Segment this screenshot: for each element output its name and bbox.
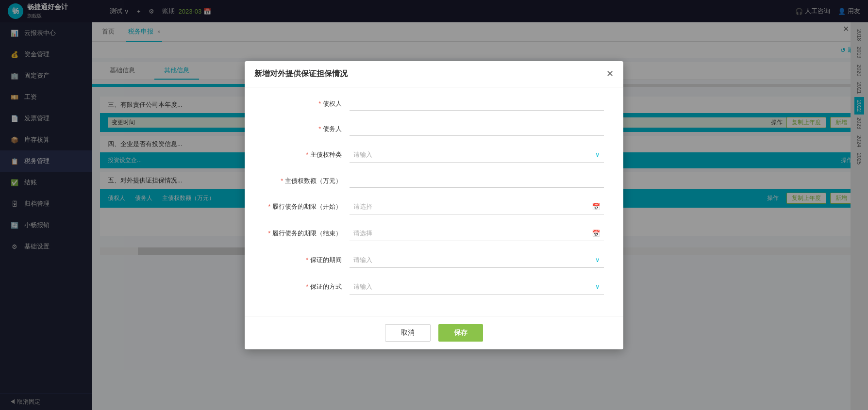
performance-end-datepicker[interactable]: 请选择 📅 bbox=[350, 226, 604, 241]
form-row-debtor: * 债务人 bbox=[264, 122, 604, 136]
chevron-down-icon-2: ∨ bbox=[595, 256, 600, 263]
form-row-performance-start: * 履行债务的期限（开始） 请选择 📅 bbox=[264, 199, 604, 214]
dialog-footer: 取消 保存 bbox=[245, 316, 623, 349]
calendar-icon-end: 📅 bbox=[592, 230, 600, 237]
debt-type-select[interactable]: 请输入 ∨ bbox=[350, 148, 604, 163]
debt-amount-label: * 主债权数额（万元） bbox=[264, 177, 342, 185]
creditor-input[interactable] bbox=[350, 97, 604, 111]
dialog-header: 新增对外提供保证担保情况 ✕ bbox=[245, 61, 623, 87]
guarantee-method-select[interactable]: 请输入 ∨ bbox=[350, 279, 604, 295]
debtor-input[interactable] bbox=[350, 122, 604, 136]
guarantee-period-label: * 保证的期间 bbox=[264, 256, 342, 264]
performance-end-label: * 履行债务的期限（结束） bbox=[264, 229, 342, 238]
dialog-body: * 债权人 * 债务人 * 主债权种类 请输入 bbox=[245, 87, 623, 316]
performance-start-label: * 履行债务的期限（开始） bbox=[264, 202, 342, 211]
guarantee-period-select[interactable]: 请输入 ∨ bbox=[350, 253, 604, 268]
chevron-down-icon-3: ∨ bbox=[595, 283, 600, 290]
chevron-down-icon: ∨ bbox=[595, 151, 600, 158]
form-row-debt-amount: * 主债权数额（万元） bbox=[264, 174, 604, 188]
debt-type-label: * 主债权种类 bbox=[264, 150, 342, 159]
modal-overlay: 新增对外提供保证担保情况 ✕ * 债权人 * 债务人 bbox=[0, 0, 868, 410]
debtor-label: * 债务人 bbox=[264, 125, 342, 133]
calendar-icon: 📅 bbox=[592, 203, 600, 211]
form-row-debt-type: * 主债权种类 请输入 ∨ bbox=[264, 148, 604, 163]
form-row-guarantee-method: * 保证的方式 请输入 ∨ bbox=[264, 279, 604, 295]
form-row-creditor: * 债权人 bbox=[264, 97, 604, 111]
creditor-label: * 债权人 bbox=[264, 99, 342, 108]
dialog-close-button[interactable]: ✕ bbox=[606, 69, 614, 78]
save-button[interactable]: 保存 bbox=[438, 324, 483, 342]
guarantee-method-label: * 保证的方式 bbox=[264, 282, 342, 291]
dialog-title: 新增对外提供保证担保情况 bbox=[254, 69, 348, 79]
form-row-performance-end: * 履行债务的期限（结束） 请选择 📅 bbox=[264, 226, 604, 241]
performance-start-datepicker[interactable]: 请选择 📅 bbox=[350, 199, 604, 214]
debt-amount-input[interactable] bbox=[350, 174, 604, 188]
cancel-button[interactable]: 取消 bbox=[385, 324, 431, 342]
form-row-guarantee-period: * 保证的期间 请输入 ∨ bbox=[264, 253, 604, 268]
dialog: 新增对外提供保证担保情况 ✕ * 债权人 * 债务人 bbox=[245, 61, 623, 349]
